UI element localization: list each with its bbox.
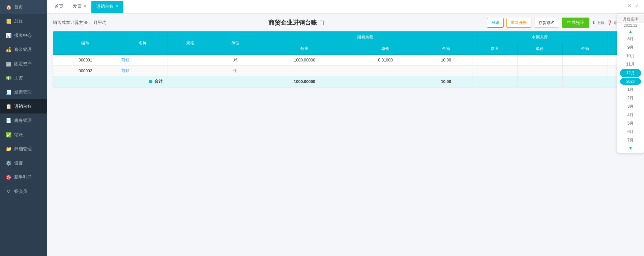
col-header-inbound-price: 单价 (518, 43, 563, 55)
tax-icon: 📑 (5, 118, 11, 123)
sidebar-item-checkout[interactable]: ✅ 结账 (0, 128, 47, 142)
total-opening-price (351, 76, 420, 87)
month-item-3[interactable]: 3月 (617, 102, 644, 111)
total-opening-amount: 10.00 (420, 76, 472, 87)
sidebar-label-funds: 资金管理 (14, 47, 32, 53)
checkout-icon: ✅ (5, 132, 11, 137)
total-inbound-amount (562, 76, 608, 87)
total-icon: ◼ (149, 79, 152, 84)
row1-spec (168, 55, 213, 66)
tab-purchase-sales[interactable]: 进销台账 ✕ (91, 1, 123, 13)
funds-icon: 💰 (5, 47, 11, 52)
col-header-name: 名称 (118, 32, 168, 55)
sidebar-item-purchase-sales[interactable]: 📋 进销台账 (0, 99, 47, 113)
sidebar-label-purchase-sales: 进销台账 (14, 103, 32, 109)
total-label: ◼ 合计 (53, 76, 258, 87)
sidebar-item-settings[interactable]: ⚙️ 设置 (0, 156, 47, 170)
month-item-2[interactable]: 2月 (617, 94, 644, 102)
sidebar-item-salary[interactable]: 💵 工资 (0, 71, 47, 85)
total-opening-qty: 1000.00000 (258, 76, 351, 87)
month-item-5[interactable]: 5月 (617, 119, 644, 128)
total-inbound-qty (472, 76, 518, 87)
row1-code: 000001 (53, 55, 118, 66)
row1-opening-qty: 1000.00000 (258, 55, 351, 66)
col-header-opening: 期初余额 (258, 32, 472, 43)
sidebar-item-home[interactable]: 🏠 首页 (0, 0, 47, 14)
save-as-button[interactable]: 存货别名 (534, 18, 559, 28)
tab-purchase-sales-label: 进销台账 (96, 3, 114, 9)
month-item-6[interactable]: 6月 (617, 128, 644, 136)
row1-name: 前缸 (118, 55, 168, 66)
close-button[interactable]: ✕ (626, 3, 633, 9)
row1-inbound-qty (472, 55, 518, 66)
tab-home-label: 首页 (55, 3, 63, 9)
col-header-inbound-qty: 数量 (472, 43, 518, 55)
sidebar-label-guide: 新手引导 (14, 174, 32, 180)
row2-code: 000002 (53, 66, 118, 76)
maximize-button[interactable]: ⤢ (634, 3, 640, 9)
match-button[interactable]: 对账 (487, 18, 504, 28)
sidebar-label-tax: 税务管理 (14, 118, 32, 124)
month-item-7[interactable]: 7月 (617, 136, 644, 145)
sidebar-item-invoice-mgmt[interactable]: 🧾 发票管理 (0, 85, 47, 99)
month-item-11[interactable]: 11月 (617, 60, 644, 69)
col-header-inbound-amount: 金额 (562, 43, 608, 55)
download-button[interactable]: ⬇ 下载 (592, 20, 605, 26)
sidebar-item-reports[interactable]: 📊 报表中心 (0, 28, 47, 43)
reopen-button[interactable]: 重新开账 (506, 18, 531, 28)
sidebar-label-checkout: 结账 (14, 132, 23, 138)
reports-icon: 📊 (5, 33, 11, 38)
content-area: 销售成本计算方法： 月平均 商贸企业进销台账 📋 对账 重新开账 存货别名 生成… (47, 14, 644, 256)
row2-opening-qty (258, 66, 351, 76)
row1-unit: 只 (213, 55, 258, 66)
tab-home[interactable]: 首页 (50, 1, 68, 13)
tab-purchase-sales-close[interactable]: ✕ (116, 4, 119, 8)
archive-icon: 📁 (5, 146, 11, 152)
sidebar-item-vip[interactable]: V 畅会员 (0, 184, 47, 199)
month-panel-title: 月份选择 (617, 15, 644, 23)
col-header-code: 编号 (53, 32, 118, 55)
tab-invoice-close[interactable]: ✕ (84, 4, 87, 8)
sidebar-item-ledger[interactable]: 📒 总账 (0, 14, 47, 28)
month-item-9[interactable]: 9月 (617, 43, 644, 52)
row2-spec (168, 66, 213, 76)
sidebar-label-archive: 归档管理 (14, 146, 32, 152)
sidebar-item-guide[interactable]: 🎯 新手引导 (0, 170, 47, 184)
top-bar: 销售成本计算方法： 月平均 商贸企业进销台账 📋 对账 重新开账 存货别名 生成… (53, 18, 639, 28)
col-header-opening-price: 单价 (351, 43, 420, 55)
invoice-mgmt-icon: 🧾 (5, 89, 11, 95)
vip-icon: V (5, 189, 11, 194)
month-item-12-active[interactable]: 12月 (620, 69, 641, 77)
month-item-4[interactable]: 4月 (617, 111, 644, 119)
settings-icon: ⚙️ (5, 160, 11, 166)
row2-inbound-price (518, 66, 563, 76)
month-scroll-up[interactable]: ▲ (617, 28, 644, 35)
cost-method-label: 销售成本计算方法： (53, 20, 92, 25)
sidebar-item-tax[interactable]: 📑 税务管理 (0, 113, 47, 128)
col-header-unit: 单位 (213, 32, 258, 55)
sidebar-item-archive[interactable]: 📁 归档管理 (0, 142, 47, 156)
sidebar-label-invoice-mgmt: 发票管理 (14, 89, 32, 95)
row1-inbound-price (518, 55, 563, 66)
generate-button[interactable]: 生成凭证 (562, 18, 589, 28)
download-label: 下载 (596, 20, 605, 25)
main-content: ✕ ⤢ 首页 发票 ✕ 进销台账 ✕ 销售成本计算方法： 月平均 商贸企业进销台… (47, 0, 644, 256)
sidebar-item-funds[interactable]: 💰 资金管理 (0, 43, 47, 57)
table-row: 000001 前缸 只 1000.00000 0.01000 10.00 (53, 55, 638, 66)
page-title-icon: 📋 (319, 20, 325, 25)
col-header-inbound: 本期入库 (472, 32, 608, 43)
month-item-8[interactable]: 8月 (617, 35, 644, 43)
month-item-10[interactable]: 10月 (617, 52, 644, 60)
data-table-container: 编号 名称 规格 单位 期初余额 本期入库 数 数量 单价 金额 数量 单价 (53, 31, 639, 87)
sidebar-item-assets[interactable]: 🏢 固定资产 (0, 57, 47, 71)
month-scroll-down[interactable]: ▼ (617, 145, 644, 151)
total-inbound-price (518, 76, 563, 87)
row2-inbound-qty (472, 66, 518, 76)
row2-inbound-amount (562, 66, 608, 76)
col-header-opening-qty: 数量 (258, 43, 351, 55)
tab-invoice[interactable]: 发票 ✕ (68, 1, 91, 13)
toolbar-actions: 对账 重新开账 存货别名 生成凭证 ⬇ 下载 ❓ 帮助 🔄 刷新 (487, 18, 639, 28)
sidebar-label-home: 首页 (14, 4, 23, 10)
month-item-1[interactable]: 1月 (617, 85, 644, 94)
row2-opening-amount (420, 66, 472, 76)
